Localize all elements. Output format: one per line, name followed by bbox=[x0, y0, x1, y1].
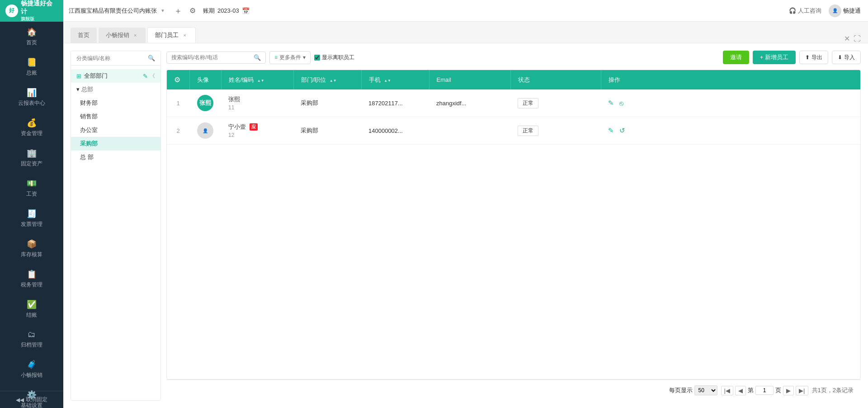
page-navigator: |◀ ◀ 第 页 ▶ ▶| bbox=[721, 386, 808, 395]
sidebar-item-ledger[interactable]: 📒 总账 bbox=[0, 52, 63, 82]
checkout-icon: ✅ bbox=[27, 300, 37, 310]
status-badge-2: 正常 bbox=[518, 126, 538, 136]
th-avatar: 头像 bbox=[189, 70, 221, 89]
ledger-icon: 📒 bbox=[27, 57, 37, 67]
th-phone-label: 手机 bbox=[369, 76, 381, 83]
filter-icon: ≡ bbox=[274, 54, 278, 61]
archive-icon: 🗂 bbox=[28, 330, 36, 339]
per-page-select[interactable]: 10 20 50 100 bbox=[694, 385, 717, 395]
sidebar-item-funds[interactable]: 💰 资金管理 bbox=[0, 113, 63, 143]
prev-page-button[interactable]: ◀ bbox=[735, 386, 746, 395]
invite-button[interactable]: 邀请 bbox=[723, 51, 749, 64]
import-button[interactable]: ⬇ 导入 bbox=[832, 51, 861, 64]
expand-icon[interactable]: ⛶ bbox=[854, 35, 861, 43]
dept-all-row[interactable]: ⊞ 全部部门 ✎ 《 bbox=[71, 69, 160, 83]
edit-icon-2[interactable]: ✎ bbox=[608, 127, 614, 135]
sidebar-item-archive[interactable]: 🗂 归档管理 bbox=[0, 324, 63, 354]
sort-arrows-dept: ▲▼ bbox=[330, 79, 337, 83]
page-label: 页 bbox=[775, 386, 781, 394]
top-bar: 好 畅捷通好会计 旗舰版 江西服宝精品有限责任公司内账张 ▼ ＋ ⚙ 账期 20… bbox=[0, 0, 868, 22]
tab-expense[interactable]: 小畅报销 × bbox=[99, 28, 146, 43]
tab-dept-close[interactable]: × bbox=[181, 33, 188, 38]
employee-table-container: ⚙ 头像 姓名/编码 ▲▼ 部门/职位 ▲▼ bbox=[166, 70, 861, 380]
employee-search-icon[interactable]: 🔍 bbox=[254, 54, 261, 61]
edit-icon-1[interactable]: ✎ bbox=[608, 99, 614, 107]
avatar-2: 👤 bbox=[197, 122, 213, 139]
user-menu[interactable]: 👤 畅捷通 bbox=[829, 5, 861, 17]
content-area: 首页 小畅报销 × 部门员工 × ✕ ⛶ 🔍 bbox=[63, 22, 868, 408]
dept-item-zongbu2[interactable]: 总 部 bbox=[71, 150, 160, 164]
page-content: 🔍 ⊞ 全部部门 ✎ 《 ▾ bbox=[63, 43, 868, 408]
sidebar-item-invoice[interactable]: 🧾 发票管理 bbox=[0, 203, 63, 234]
company-selector[interactable]: 江西服宝精品有限责任公司内账张 ▼ bbox=[63, 7, 170, 15]
dept-cell-1: 采购部 bbox=[293, 89, 361, 117]
main-right: 🔍 ≡ 更多条件 ▾ 显示离职员工 邀请 + 新增员工 bbox=[166, 51, 861, 401]
th-phone[interactable]: 手机 ▲▼ bbox=[361, 70, 429, 89]
status-cell-2: 正常 bbox=[510, 117, 601, 145]
add-icon[interactable]: ＋ bbox=[170, 5, 186, 16]
status-badge-1: 正常 bbox=[518, 98, 538, 108]
sidebar-item-tax[interactable]: 📋 税务管理 bbox=[0, 264, 63, 294]
th-status: 状态 bbox=[510, 70, 601, 89]
refresh-icon-2[interactable]: ↺ bbox=[619, 127, 625, 135]
salary-icon: 💵 bbox=[27, 178, 37, 188]
th-settings[interactable]: ⚙ bbox=[167, 70, 189, 89]
tab-dept-employee[interactable]: 部门员工 × bbox=[147, 27, 195, 43]
filter-button[interactable]: ≡ 更多条件 ▾ bbox=[269, 51, 311, 64]
dept-item-bangongshi[interactable]: 办公室 bbox=[71, 123, 160, 137]
next-page-button[interactable]: ▶ bbox=[783, 386, 794, 395]
sidebar-item-salary[interactable]: 💵 工资 bbox=[0, 173, 63, 203]
dept-item-xiaoshoubu[interactable]: 销售部 bbox=[71, 110, 160, 123]
dept-item-caigoubu[interactable]: 采购部 bbox=[71, 137, 160, 150]
sidebar-item-cloud-report[interactable]: 📊 云报表中心 bbox=[0, 82, 63, 113]
period-selector[interactable]: 账期 2023-03 📅 bbox=[199, 7, 253, 15]
name-code-cell-1: 张熙 11 bbox=[221, 89, 293, 117]
sidebar-item-fixed-assets[interactable]: 🏢 固定资产 bbox=[0, 143, 63, 173]
email-cell-1: zhangxidf... bbox=[429, 89, 510, 117]
service-button[interactable]: 🎧 人工咨询 bbox=[789, 7, 821, 15]
show-resigned-label: 显示离职员工 bbox=[322, 54, 354, 61]
sidebar-item-expense[interactable]: 🧳 小畅报销 bbox=[0, 354, 63, 385]
sidebar-item-home[interactable]: 🏠 首页 bbox=[0, 22, 63, 52]
page-size-selector: 每页显示 10 20 50 100 bbox=[669, 385, 717, 395]
last-page-button[interactable]: ▶| bbox=[796, 386, 808, 395]
dept-tree: 🔍 ⊞ 全部部门 ✎ 《 ▾ bbox=[71, 51, 161, 401]
th-dept-position[interactable]: 部门/职位 ▲▼ bbox=[293, 70, 361, 89]
sidebar-item-inventory[interactable]: 📦 库存核算 bbox=[0, 234, 63, 264]
page-input[interactable] bbox=[755, 386, 774, 395]
tab-expense-close[interactable]: × bbox=[132, 33, 138, 38]
dept-collapse-icon[interactable]: 《 bbox=[150, 72, 155, 80]
employee-name-1: 张熙 bbox=[228, 95, 286, 103]
dept-tree-header: 🔍 bbox=[71, 51, 160, 66]
dept-search-input[interactable] bbox=[76, 55, 146, 61]
sidebar-label-tax: 税务管理 bbox=[21, 281, 42, 289]
filter-label: 更多条件 bbox=[279, 54, 301, 61]
dept-edit-icon[interactable]: ✎ bbox=[143, 73, 148, 80]
sidebar-label-ledger: 总账 bbox=[26, 69, 37, 77]
export-button[interactable]: ⬆ 导出 bbox=[799, 51, 828, 64]
sidebar-label-salary: 工资 bbox=[26, 190, 37, 198]
show-resigned-checkbox[interactable] bbox=[314, 55, 320, 61]
dept-parent-zongbu[interactable]: ▾ 总部 bbox=[71, 83, 160, 96]
dept-item-caiwubu[interactable]: 财务部 bbox=[71, 96, 160, 110]
add-employee-button[interactable]: + 新增员工 bbox=[753, 51, 796, 64]
th-dept-label: 部门/职位 bbox=[301, 76, 326, 83]
dept-search-icon[interactable]: 🔍 bbox=[148, 55, 155, 61]
cancel-pin-label: 取消固定 bbox=[26, 396, 47, 403]
funds-icon: 💰 bbox=[27, 118, 37, 128]
actions-cell-1: ✎ ⎋ bbox=[601, 89, 860, 117]
logout-icon-1[interactable]: ⎋ bbox=[619, 99, 623, 107]
dept-item-label: 销售部 bbox=[80, 113, 98, 120]
employee-search-input[interactable] bbox=[171, 54, 251, 61]
chevron-down-icon: ▼ bbox=[160, 8, 165, 13]
th-name-code[interactable]: 姓名/编码 ▲▼ bbox=[221, 70, 293, 89]
close-icon[interactable]: ✕ bbox=[844, 34, 850, 43]
user-name: 畅捷通 bbox=[843, 7, 861, 15]
cancel-pin-button[interactable]: ◀◀ 取消固定 bbox=[0, 391, 63, 408]
tab-home[interactable]: 首页 bbox=[71, 28, 97, 43]
show-resigned-toggle[interactable]: 显示离职员工 bbox=[314, 54, 354, 61]
first-page-button[interactable]: |◀ bbox=[721, 386, 733, 395]
sidebar-item-checkout[interactable]: ✅ 结账 bbox=[0, 294, 63, 324]
settings-icon[interactable]: ⚙ bbox=[186, 6, 199, 15]
table-settings-icon[interactable]: ⚙ bbox=[174, 76, 180, 84]
